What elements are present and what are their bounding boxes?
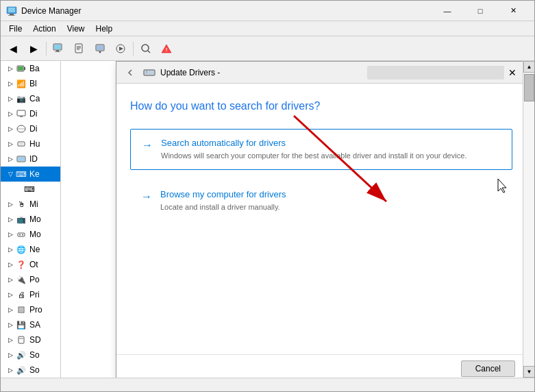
sound2-icon: 🔊 bbox=[16, 365, 27, 376]
back-button[interactable]: ◀ bbox=[3, 39, 23, 58]
tree-item-display1[interactable]: ▷ Di bbox=[1, 106, 60, 121]
dialog-question: How do you want to search for drivers? bbox=[130, 100, 512, 112]
item-label: Pro bbox=[29, 305, 42, 315]
browse-computer-option[interactable]: → Browse my computer for drivers Locate … bbox=[130, 181, 512, 221]
minimize-button[interactable]: — bbox=[432, 1, 463, 21]
item-label: So bbox=[29, 365, 40, 375]
tree-item-keyboard-child[interactable]: ⌨ bbox=[1, 182, 60, 197]
computer-view-button[interactable] bbox=[49, 39, 69, 58]
option-1-title: Search automatically for drivers bbox=[161, 138, 501, 148]
tree-item-cameras[interactable]: ▷ 📷 Ca bbox=[1, 91, 60, 106]
svg-rect-37 bbox=[18, 336, 24, 343]
svg-rect-13 bbox=[97, 45, 103, 50]
error-button[interactable]: ! bbox=[157, 39, 176, 58]
item-icon: 📶 bbox=[16, 78, 27, 89]
expand-icon: ▷ bbox=[6, 125, 14, 133]
menu-file[interactable]: File bbox=[3, 23, 27, 35]
tree-item-sd[interactable]: ▷ SD bbox=[1, 332, 60, 347]
toolbar-sep-1 bbox=[46, 42, 47, 56]
tree-item-human-interface[interactable]: ▷ Hu bbox=[1, 136, 60, 151]
item-label: Ot bbox=[29, 260, 38, 269]
svg-rect-23 bbox=[18, 66, 23, 71]
update-driver-button[interactable] bbox=[90, 39, 110, 58]
tree-item-monitors[interactable]: ▷ 📺 Mo bbox=[1, 212, 60, 227]
item-icon bbox=[16, 138, 27, 149]
cancel-button[interactable]: Cancel bbox=[461, 360, 515, 377]
right-scrollbar[interactable]: ▲ ▼ bbox=[523, 61, 534, 378]
toolbar-sep-2 bbox=[133, 42, 134, 56]
expand-icon: ▷ bbox=[6, 230, 14, 238]
dialog-title-text: Update Drivers - bbox=[160, 68, 367, 77]
enable-button[interactable] bbox=[111, 39, 130, 58]
svg-rect-36 bbox=[19, 308, 23, 312]
expand-icon: ▷ bbox=[6, 215, 14, 223]
mice-icon: 🖱 bbox=[16, 199, 27, 210]
tree-item-ports[interactable]: ▷ 🔌 Po bbox=[1, 272, 60, 287]
tree-item-batteries[interactable]: ▷ Ba bbox=[1, 61, 60, 76]
item-label: ID bbox=[29, 154, 38, 164]
tree-item-display2[interactable]: ▷ Di bbox=[1, 121, 60, 136]
monitors-icon: 📺 bbox=[16, 214, 27, 225]
scan-button[interactable] bbox=[136, 39, 155, 58]
option-arrow-1: → bbox=[142, 139, 153, 151]
menu-bar: File Action View Help bbox=[1, 21, 534, 36]
search-automatically-option[interactable]: → Search automatically for drivers Windo… bbox=[130, 129, 512, 170]
expand-icon: ▷ bbox=[6, 200, 14, 208]
main-panel: Update Drivers - ✕ How do you want to se… bbox=[61, 61, 523, 378]
expand-icon: ▷ bbox=[6, 336, 14, 344]
dialog-close-button[interactable]: ✕ bbox=[504, 64, 521, 81]
keyboard-child-icon: ⌨ bbox=[24, 184, 35, 195]
tree-item-processors[interactable]: ▷ Pro bbox=[1, 302, 60, 317]
tree-item-print-queues[interactable]: ▷ 🖨 Pri bbox=[1, 287, 60, 302]
option-2-desc: Locate and install a driver manually. bbox=[160, 202, 501, 212]
sound1-icon: 🔊 bbox=[16, 350, 27, 360]
svg-rect-7 bbox=[55, 51, 60, 52]
tree-item-sound2[interactable]: ▷ 🔊 So bbox=[1, 363, 60, 378]
expand-icon: ▷ bbox=[6, 351, 14, 359]
scroll-up-button[interactable]: ▲ bbox=[523, 61, 534, 73]
expand-icon: ▷ bbox=[6, 306, 14, 314]
close-button[interactable]: ✕ bbox=[497, 1, 529, 21]
title-controls: — □ ✕ bbox=[432, 1, 529, 21]
item-label: Mo bbox=[29, 215, 41, 224]
processors-icon bbox=[16, 304, 27, 315]
menu-help[interactable]: Help bbox=[90, 23, 119, 35]
svg-text:!: ! bbox=[166, 47, 168, 53]
tree-item-modems[interactable]: ▷ Mo bbox=[1, 227, 60, 242]
sidebar-tree: ▷ Ba ▷ 📶 Bl ▷ 📷 Ca ▷ Di bbox=[1, 61, 61, 378]
menu-view[interactable]: View bbox=[62, 23, 90, 35]
tree-item-ide[interactable]: ▷ ID bbox=[1, 151, 60, 167]
sa-icon: 💾 bbox=[16, 319, 27, 330]
tree-item-other[interactable]: ▷ ❓ Ot bbox=[1, 257, 60, 272]
scroll-thumb[interactable] bbox=[524, 74, 534, 101]
svg-point-17 bbox=[142, 45, 149, 51]
item-icon bbox=[16, 154, 27, 164]
tree-item-sound1[interactable]: ▷ 🔊 So bbox=[1, 347, 60, 363]
forward-button[interactable]: ▶ bbox=[24, 39, 43, 58]
main-window: Device Manager — □ ✕ File Action View He… bbox=[0, 0, 535, 392]
item-label: SA bbox=[29, 320, 40, 330]
scroll-down-button[interactable]: ▼ bbox=[523, 366, 534, 378]
toolbar: ◀ ▶ bbox=[1, 36, 534, 61]
tree-item-network[interactable]: ▷ 🌐 Ne bbox=[1, 242, 60, 257]
status-bar bbox=[1, 378, 534, 391]
item-label: Ba bbox=[29, 64, 40, 73]
svg-rect-24 bbox=[17, 110, 25, 116]
dialog-back-button[interactable] bbox=[122, 64, 138, 81]
item-label: Di bbox=[29, 124, 37, 134]
option-2-content: Browse my computer for drivers Locate an… bbox=[160, 189, 501, 212]
maximize-button[interactable]: □ bbox=[464, 1, 496, 21]
tree-item-bluetooth[interactable]: ▷ 📶 Bl bbox=[1, 76, 60, 91]
menu-action[interactable]: Action bbox=[27, 23, 61, 35]
sd-icon bbox=[16, 334, 27, 345]
expand-icon: ▷ bbox=[6, 366, 14, 374]
tree-item-mice[interactable]: ▷ 🖱 Mi bbox=[1, 197, 60, 212]
tree-item-keyboards[interactable]: ▽ ⌨ Ke bbox=[1, 167, 60, 182]
tree-item-sa[interactable]: ▷ 💾 SA bbox=[1, 317, 60, 332]
item-label: Di bbox=[29, 109, 37, 119]
title-icon bbox=[6, 5, 17, 16]
expand-icon: ▽ bbox=[6, 170, 14, 178]
expand-icon: ▷ bbox=[6, 321, 14, 329]
properties-button[interactable] bbox=[70, 39, 89, 58]
scroll-track[interactable] bbox=[523, 73, 534, 366]
